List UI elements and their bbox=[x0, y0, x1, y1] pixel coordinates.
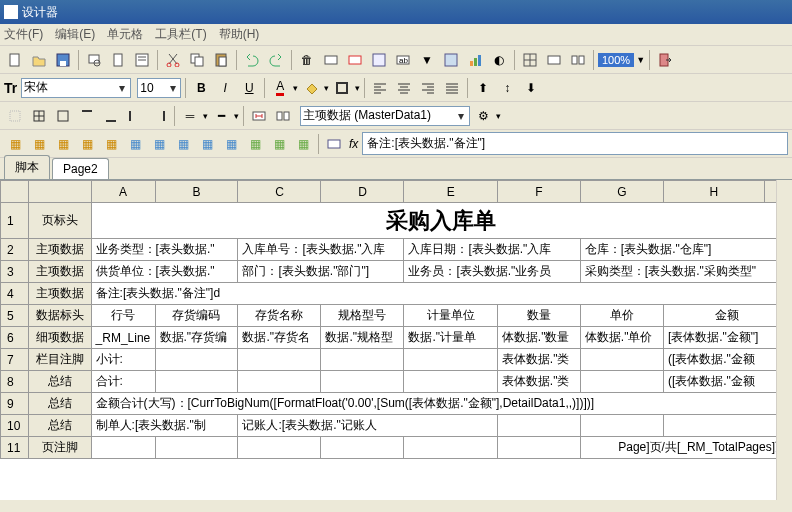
properties-button[interactable] bbox=[131, 49, 153, 71]
align-right-button[interactable] bbox=[417, 77, 439, 99]
row-1[interactable]: 1页标头 采购入库单 bbox=[1, 203, 792, 239]
print-preview-button[interactable] bbox=[83, 49, 105, 71]
svg-rect-16 bbox=[349, 56, 361, 64]
split-button[interactable] bbox=[567, 49, 589, 71]
row-5[interactable]: 5数据标头 行号 存货编码 存货名称 规格型号 计量单位 数量 单价 金额 bbox=[1, 305, 792, 327]
italic-button[interactable]: I bbox=[214, 77, 236, 99]
row-11[interactable]: 11页注脚 Page]页/共[_RM_TotalPages]页 bbox=[1, 437, 792, 459]
band-1-button[interactable]: ▦ bbox=[4, 133, 26, 155]
band-8-button[interactable]: ▦ bbox=[172, 133, 194, 155]
merge-button[interactable] bbox=[543, 49, 565, 71]
row-4[interactable]: 4主项数据 备注:[表头数据."备注"]d bbox=[1, 283, 792, 305]
open-button[interactable] bbox=[28, 49, 50, 71]
object-button[interactable]: ▼ bbox=[416, 49, 438, 71]
grid-button[interactable] bbox=[519, 49, 541, 71]
menu-help[interactable]: 帮助(H) bbox=[219, 26, 260, 43]
shape-button[interactable]: ◐ bbox=[488, 49, 510, 71]
row-6[interactable]: 6细项数据 _RM_Line数据."存货编数据."存货名 数据."规格型数据."… bbox=[1, 327, 792, 349]
toolbar-row-3: ═ ▾ ━ ▾ ▾ ⚙ ▾ bbox=[0, 102, 792, 130]
band-4-button[interactable]: ▦ bbox=[76, 133, 98, 155]
svg-rect-14 bbox=[219, 57, 226, 66]
border-none-button[interactable] bbox=[4, 105, 26, 127]
band-13-button[interactable]: ▦ bbox=[292, 133, 314, 155]
border-right-button[interactable] bbox=[148, 105, 170, 127]
dataset-tool-button[interactable]: ⚙ bbox=[472, 105, 494, 127]
app-icon bbox=[4, 5, 18, 19]
border-left-button[interactable] bbox=[124, 105, 146, 127]
align-center-button[interactable] bbox=[393, 77, 415, 99]
band-7-button[interactable]: ▦ bbox=[148, 133, 170, 155]
valign-bottom-button[interactable]: ⬇ bbox=[520, 77, 542, 99]
field-button[interactable]: ab bbox=[392, 49, 414, 71]
tab-page2[interactable]: Page2 bbox=[52, 158, 109, 179]
unmerge-button[interactable] bbox=[272, 105, 294, 127]
row-3[interactable]: 3主项数据 供货单位：[表头数据." 部门：[表头数据."部门"] 业务员：[表… bbox=[1, 261, 792, 283]
row-9[interactable]: 9总结 金额合计(大写)：[CurrToBigNum([FormatFloat(… bbox=[1, 393, 792, 415]
band-3-button[interactable]: ▦ bbox=[52, 133, 74, 155]
menu-cell[interactable]: 单元格 bbox=[107, 26, 143, 43]
valign-middle-button[interactable]: ↕ bbox=[496, 77, 518, 99]
menu-toolbar[interactable]: 工具栏(T) bbox=[155, 26, 206, 43]
menu-edit[interactable]: 编辑(E) bbox=[55, 26, 95, 43]
page-setup-button[interactable] bbox=[107, 49, 129, 71]
merge-cells-button[interactable] bbox=[248, 105, 270, 127]
report-title: 采购入库单 bbox=[91, 203, 791, 239]
svg-rect-31 bbox=[337, 83, 347, 93]
remove-button[interactable] bbox=[344, 49, 366, 71]
delete-col-button[interactable]: 🗑 bbox=[296, 49, 318, 71]
script-button[interactable] bbox=[368, 49, 390, 71]
row-7[interactable]: 7栏目注脚 小计: 表体数据."类([表体数据."金额 bbox=[1, 349, 792, 371]
valign-top-button[interactable]: ⬆ bbox=[472, 77, 494, 99]
band-5-button[interactable]: ▦ bbox=[100, 133, 122, 155]
row-8[interactable]: 8总结 合计: 表体数据."类([表体数据."金额 bbox=[1, 371, 792, 393]
font-color-button[interactable]: A bbox=[269, 77, 291, 99]
underline-button[interactable]: U bbox=[238, 77, 260, 99]
border-all-button[interactable] bbox=[28, 105, 50, 127]
svg-text:ab: ab bbox=[399, 56, 408, 65]
row-10[interactable]: 10总结 制单人:[表头数据."制 记账人:[表头数据."记账人 bbox=[1, 415, 792, 437]
formula-input[interactable]: 备注:[表头数据."备注"] bbox=[362, 132, 788, 155]
tab-script[interactable]: 脚本 bbox=[4, 155, 50, 179]
align-justify-button[interactable] bbox=[441, 77, 463, 99]
line-style-button[interactable]: ━ bbox=[210, 105, 232, 127]
font-name-combo[interactable]: ▾ bbox=[21, 78, 131, 98]
font-size-combo[interactable]: ▾ bbox=[137, 78, 181, 98]
svg-rect-58 bbox=[277, 112, 282, 120]
border-top-button[interactable] bbox=[76, 105, 98, 127]
svg-rect-5 bbox=[114, 54, 122, 66]
add-button[interactable] bbox=[320, 49, 342, 71]
svg-rect-48 bbox=[10, 111, 20, 121]
band-11-button[interactable]: ▦ bbox=[244, 133, 266, 155]
window-titlebar: 设计器 bbox=[0, 0, 792, 24]
new-button[interactable] bbox=[4, 49, 26, 71]
copy-button[interactable] bbox=[186, 49, 208, 71]
band-10-button[interactable]: ▦ bbox=[220, 133, 242, 155]
svg-rect-52 bbox=[58, 111, 68, 121]
dataset-combo[interactable]: ▾ bbox=[300, 106, 470, 126]
design-grid[interactable]: ABCD EFGHI 1页标头 采购入库单 2主项数据 业务类型：[表头数据."… bbox=[0, 180, 792, 500]
menu-file[interactable]: 文件(F) bbox=[4, 26, 43, 43]
exit-button[interactable] bbox=[654, 49, 676, 71]
border-color-button[interactable] bbox=[331, 77, 353, 99]
border-bottom-button[interactable] bbox=[100, 105, 122, 127]
bold-button[interactable]: B bbox=[190, 77, 212, 99]
paste-button[interactable] bbox=[210, 49, 232, 71]
align-left-button[interactable] bbox=[369, 77, 391, 99]
chart-button[interactable] bbox=[464, 49, 486, 71]
border-outer-button[interactable] bbox=[52, 105, 74, 127]
band-9-button[interactable]: ▦ bbox=[196, 133, 218, 155]
row-2[interactable]: 2主项数据 业务类型：[表头数据." 入库单号：[表头数据."入库 入库日期：[… bbox=[1, 239, 792, 261]
svg-rect-27 bbox=[548, 56, 560, 64]
band-12-button[interactable]: ▦ bbox=[268, 133, 290, 155]
fill-color-button[interactable] bbox=[300, 77, 322, 99]
image-button[interactable] bbox=[440, 49, 462, 71]
undo-button[interactable] bbox=[241, 49, 263, 71]
cut-button[interactable] bbox=[162, 49, 184, 71]
band-6-button[interactable]: ▦ bbox=[124, 133, 146, 155]
redo-button[interactable] bbox=[265, 49, 287, 71]
save-button[interactable] bbox=[52, 49, 74, 71]
zoom-display[interactable]: 100% bbox=[598, 53, 634, 67]
band-2-button[interactable]: ▦ bbox=[28, 133, 50, 155]
border-style-button[interactable]: ═ bbox=[179, 105, 201, 127]
vertical-scrollbar[interactable] bbox=[776, 180, 792, 500]
